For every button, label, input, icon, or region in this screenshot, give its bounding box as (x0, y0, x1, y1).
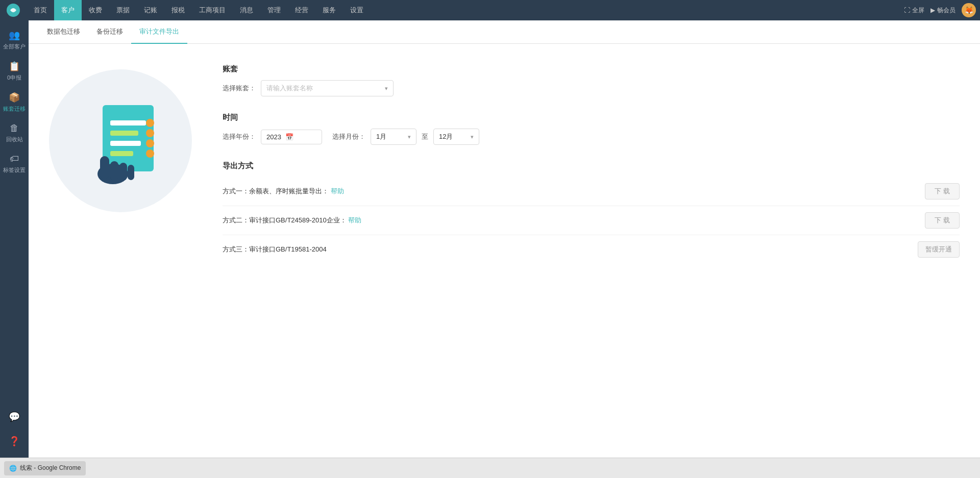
member-icon: ▶ (930, 7, 935, 14)
method1-label: 方式一：余额表、序时账批量导出： (223, 187, 329, 195)
method2-label: 方式二：审计接口GB/T24589-2010企业： (223, 216, 347, 224)
svg-point-9 (146, 149, 154, 158)
nav-admin[interactable]: 管理 (260, 0, 288, 20)
nav-service[interactable]: 服务 (315, 0, 343, 20)
user-avatar[interactable]: 🦊 (962, 3, 976, 17)
time-section-title: 时间 (223, 113, 960, 122)
export-method-2: 方式二：审计接口GB/T24589-2010企业： 帮助 下 载 (223, 206, 960, 235)
svg-rect-1 (103, 105, 154, 171)
svg-point-8 (146, 139, 154, 147)
sidebar-item-all-customers[interactable]: 👥 全部客户 (0, 24, 29, 56)
export-method-3: 方式三：审计接口GB/T19581-2004 暂缓开通 (223, 235, 960, 264)
tag-settings-icon: 🏷 (10, 154, 19, 164)
sidebar-item-account-migration[interactable]: 📦 账套迁移 (0, 87, 29, 118)
account-dropdown-arrow: ▾ (385, 85, 388, 92)
account-form-row: 选择账套： 请输入账套名称 ▾ (223, 80, 960, 96)
svg-rect-2 (110, 120, 146, 125)
export-section: 导出方式 方式一：余额表、序时账批量导出： 帮助 下 载 方式二：审计接口GB/… (223, 161, 960, 264)
account-select-input[interactable]: 请输入账套名称 ▾ (261, 80, 394, 96)
nav-message[interactable]: 消息 (233, 0, 260, 20)
member-button[interactable]: ▶ 畅会员 (930, 6, 955, 15)
nav-bookkeeping[interactable]: 记账 (137, 0, 164, 20)
top-navigation: 首页 客户 收费 票据 记账 报税 工商项目 消息 管理 经营 服务 设置 ⛶ … (0, 0, 980, 20)
sidebar-label-tag-settings: 标签设置 (3, 166, 26, 174)
fullscreen-button[interactable]: ⛶ 全屏 (904, 6, 924, 15)
sidebar-label-account-migration: 账套迁移 (3, 105, 26, 113)
taskbar-chrome-item[interactable]: 🌐 线索 - Google Chrome (4, 461, 86, 475)
time-section: 时间 选择年份： 2023 📅 选择月份： 1月 ▾ 至 (223, 113, 960, 149)
audit-illustration (75, 90, 166, 192)
sidebar-label-all-customers: 全部客户 (3, 43, 26, 51)
year-label: 选择年份： (223, 132, 256, 141)
method2-help-link[interactable]: 帮助 (348, 216, 361, 224)
account-label: 选择账套： (223, 84, 256, 93)
main-layout: 👥 全部客户 📋 0申报 📦 账套迁移 🗑 回收站 🏷 标签设置 💬 ❓ 数据包… (0, 20, 980, 458)
member-label: 畅会员 (937, 6, 955, 15)
nav-business[interactable]: 工商项目 (192, 0, 233, 20)
svg-rect-3 (110, 131, 138, 136)
sidebar-label-recycle-bin: 回收站 (6, 136, 23, 143)
method1-help-link[interactable]: 帮助 (331, 187, 344, 195)
recycle-bin-icon: 🗑 (10, 123, 19, 134)
sidebar: 👥 全部客户 📋 0申报 📦 账套迁移 🗑 回收站 🏷 标签设置 💬 ❓ (0, 20, 29, 458)
fullscreen-icon: ⛶ (904, 7, 910, 14)
export-section-title: 导出方式 (223, 161, 960, 171)
tabs-bar: 数据包迁移 备份迁移 审计文件导出 (29, 20, 980, 44)
export-method-1: 方式一：余额表、序时账批量导出： 帮助 下 载 (223, 177, 960, 206)
svg-rect-4 (110, 141, 141, 146)
start-month-value: 1月 (376, 132, 386, 141)
nav-settings[interactable]: 设置 (343, 0, 371, 20)
form-area: 账套 选择账套： 请输入账套名称 ▾ 时间 选择年份： (223, 59, 960, 442)
zero-declaration-icon: 📋 (9, 61, 20, 72)
nav-home[interactable]: 首页 (27, 0, 54, 20)
svg-rect-13 (119, 163, 127, 181)
nav-invoice[interactable]: 票据 (109, 0, 137, 20)
nav-customer[interactable]: 客户 (54, 0, 82, 20)
top-nav-right: ⛶ 全屏 ▶ 畅会员 🦊 (904, 3, 976, 17)
svg-point-7 (146, 129, 154, 137)
tab-data-migration[interactable]: 数据包迁移 (39, 20, 88, 44)
method3-text: 方式三：审计接口GB/T19581-2004 (223, 245, 912, 254)
nav-operation[interactable]: 经营 (288, 0, 315, 20)
sidebar-bottom: 💬 ❓ (0, 407, 29, 458)
sidebar-chat-button[interactable]: 💬 (4, 407, 24, 427)
illustration-circle (49, 69, 192, 212)
account-placeholder: 请输入账套名称 (266, 84, 313, 93)
sidebar-item-recycle-bin[interactable]: 🗑 回收站 (0, 118, 29, 148)
end-month-arrow: ▾ (471, 134, 474, 140)
chrome-icon: 🌐 (9, 465, 17, 472)
taskbar-item-label: 线索 - Google Chrome (20, 464, 81, 472)
svg-rect-11 (100, 156, 109, 179)
illustration-area (49, 59, 192, 442)
sidebar-help-button[interactable]: ❓ (4, 431, 24, 451)
method2-text: 方式二：审计接口GB/T24589-2010企业： 帮助 (223, 216, 919, 225)
account-section-title: 账套 (223, 64, 960, 74)
year-input[interactable]: 2023 📅 (261, 130, 322, 144)
nav-menu: 首页 客户 收费 票据 记账 报税 工商项目 消息 管理 经营 服务 设置 (27, 0, 371, 20)
sidebar-item-tag-settings[interactable]: 🏷 标签设置 (0, 148, 29, 179)
start-month-select[interactable]: 1月 ▾ (371, 129, 416, 145)
method3-label: 方式三：审计接口GB/T19581-2004 (223, 245, 327, 253)
method1-text: 方式一：余额表、序时账批量导出： 帮助 (223, 187, 919, 196)
content-area: 数据包迁移 备份迁移 审计文件导出 (29, 20, 980, 458)
method3-open-button[interactable]: 暂缓开通 (918, 241, 960, 258)
calendar-icon: 📅 (285, 133, 293, 141)
nav-tax[interactable]: 报税 (164, 0, 192, 20)
year-value: 2023 (266, 133, 281, 141)
end-month-select[interactable]: 12月 ▾ (433, 129, 479, 145)
end-month-value: 12月 (439, 132, 453, 141)
svg-rect-14 (128, 165, 134, 180)
tab-audit-export[interactable]: 审计文件导出 (131, 20, 187, 44)
account-migration-icon: 📦 (9, 92, 20, 103)
tab-backup-migration[interactable]: 备份迁移 (88, 20, 131, 44)
page-content: 账套 选择账套： 请输入账套名称 ▾ 时间 选择年份： (29, 44, 980, 458)
sidebar-item-zero-declaration[interactable]: 📋 0申报 (0, 56, 29, 87)
to-separator: 至 (422, 132, 428, 141)
account-section: 账套 选择账套： 请输入账套名称 ▾ (223, 64, 960, 100)
time-form-row: 选择年份： 2023 📅 选择月份： 1月 ▾ 至 12月 (223, 129, 960, 145)
month-label: 选择月份： (332, 132, 365, 141)
svg-rect-12 (110, 161, 118, 181)
method1-download-button[interactable]: 下 载 (925, 183, 960, 199)
method2-download-button[interactable]: 下 载 (925, 212, 960, 229)
nav-fee[interactable]: 收费 (82, 0, 109, 20)
